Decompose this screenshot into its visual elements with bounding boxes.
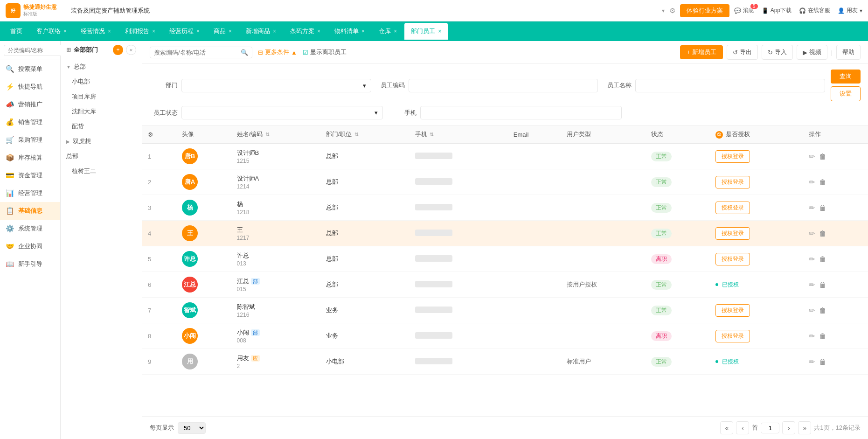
auth-btn[interactable]: 授权登录 xyxy=(715,227,750,240)
sidebar-item-purchase[interactable]: 🛒 采购管理 xyxy=(0,131,60,149)
edit-icon[interactable]: ✏ xyxy=(809,204,815,212)
edit-icon[interactable]: ✏ xyxy=(809,255,815,263)
tab-close-icon[interactable]: × xyxy=(394,28,397,35)
sidebar-item-basic[interactable]: 📋 基础信息 xyxy=(0,202,60,220)
emp-name-input[interactable] xyxy=(635,79,825,92)
nav-tab-dept[interactable]: 部门员工 × xyxy=(404,23,448,40)
nav-tab-profit[interactable]: 利润报告 × xyxy=(118,23,162,40)
delete-icon[interactable]: 🗑 xyxy=(819,307,826,314)
nav-tab-warehouse[interactable]: 仓库 × xyxy=(372,23,403,40)
tab-close-icon[interactable]: × xyxy=(361,28,365,35)
tab-close-icon[interactable]: × xyxy=(317,28,320,35)
auth-btn[interactable]: 授权登录 xyxy=(715,330,750,342)
dept-node-shuanghu[interactable]: ▶ 双虎想 xyxy=(61,134,142,149)
delete-icon[interactable]: 🗑 xyxy=(819,230,826,237)
filter-search-input[interactable] xyxy=(154,49,238,56)
try-btn[interactable]: 体验行业方案 xyxy=(680,4,729,17)
tab-close-icon[interactable]: × xyxy=(438,28,441,35)
show-resign-toggle[interactable]: ☑ 显示离职员工 xyxy=(303,48,347,56)
dept-node-small-electric[interactable]: 小电部 xyxy=(61,74,142,89)
tab-close-icon[interactable]: × xyxy=(152,28,155,35)
app-btn[interactable]: 📱 App下载 xyxy=(762,7,792,14)
tab-close-icon[interactable]: × xyxy=(196,28,200,35)
next-page-btn[interactable]: › xyxy=(782,421,795,434)
sidebar-item-search[interactable]: 🔍 搜索菜单 xyxy=(0,60,60,78)
tab-close-icon[interactable]: × xyxy=(229,28,232,35)
tab-close-icon[interactable]: × xyxy=(63,28,67,35)
phone-input[interactable] xyxy=(420,106,622,119)
edit-icon[interactable]: ✏ xyxy=(809,307,815,314)
dept-add-btn[interactable]: + xyxy=(113,45,123,55)
settings-gear-icon[interactable]: ⚙ xyxy=(669,7,675,15)
import-btn[interactable]: ↻ 导入 xyxy=(762,45,793,60)
delete-icon[interactable]: 🗑 xyxy=(819,358,826,366)
help-btn[interactable]: 帮助 xyxy=(836,45,861,60)
sidebar-item-system[interactable]: ⚙️ 系统管理 xyxy=(0,220,60,237)
msg-btn[interactable]: 💬 消息 5 xyxy=(734,7,754,14)
edit-icon[interactable]: ✏ xyxy=(809,281,815,289)
system-title-arrow[interactable]: ▾ xyxy=(662,7,665,14)
th-phone[interactable]: 手机 ⇅ xyxy=(410,125,508,144)
filter-more-btn[interactable]: ⊟ 更多条件 ▲ xyxy=(258,48,297,56)
delete-icon[interactable]: 🗑 xyxy=(819,153,826,160)
nav-tab-history[interactable]: 经营历程 × xyxy=(163,23,206,40)
tab-close-icon[interactable]: × xyxy=(273,28,276,35)
auth-btn[interactable]: 授权登录 xyxy=(715,150,750,163)
auth-btn[interactable]: 授权登录 xyxy=(715,253,750,265)
th-dept[interactable]: 部门/职位 ⇅ xyxy=(320,125,410,144)
tab-close-icon[interactable]: × xyxy=(108,28,111,35)
sidebar-item-quick[interactable]: ⚡ 快捷导航 xyxy=(0,78,60,96)
delete-icon[interactable]: 🗑 xyxy=(819,281,826,289)
delete-icon[interactable]: 🗑 xyxy=(819,178,826,186)
page-size-select[interactable]: 50 20 100 xyxy=(178,422,206,434)
first-page-btn[interactable]: « xyxy=(720,421,733,434)
dept-collapse-btn[interactable]: « xyxy=(126,45,136,55)
nav-tab-operations[interactable]: 经营情况 × xyxy=(74,23,118,40)
user-btn[interactable]: 👤 用友 ▾ xyxy=(838,7,862,14)
delete-icon[interactable]: 🗑 xyxy=(819,332,826,340)
dept-node-zhishu[interactable]: 植树王二 xyxy=(61,164,142,179)
nav-tab-home[interactable]: 首页 xyxy=(4,23,29,40)
dept-node-project[interactable]: 项目库房 xyxy=(61,89,142,104)
th-name[interactable]: 姓名/编码 ⇅ xyxy=(231,125,320,144)
edit-icon[interactable]: ✏ xyxy=(809,230,815,237)
th-settings[interactable]: ⚙ xyxy=(142,125,176,144)
search-btn[interactable]: 查询 xyxy=(831,70,861,84)
online-btn[interactable]: 🎧 在线客服 xyxy=(799,7,830,14)
dept-node-distribution[interactable]: 配货 xyxy=(61,119,142,134)
edit-icon[interactable]: ✏ xyxy=(809,358,815,366)
edit-icon[interactable]: ✏ xyxy=(809,332,815,340)
add-employee-btn[interactable]: + 新增员工 xyxy=(680,45,722,59)
nav-tab-customer[interactable]: 客户联络 × xyxy=(30,23,73,40)
dept-node-general[interactable]: ▼ 总部 xyxy=(61,59,142,74)
sidebar-item-sales[interactable]: 💰 销售管理 xyxy=(0,113,60,131)
sidebar-item-inventory[interactable]: 📦 库存核算 xyxy=(0,149,60,167)
settings-btn[interactable]: 设置 xyxy=(831,86,861,101)
sidebar-item-marketing[interactable]: 📣 营销推广 xyxy=(0,96,60,113)
nav-tab-add-goods[interactable]: 新增商品 × xyxy=(239,23,283,40)
status-select[interactable]: ▾ xyxy=(181,106,383,119)
export-btn[interactable]: ↺ 导出 xyxy=(727,45,758,60)
page-input[interactable] xyxy=(761,423,779,433)
sidebar-item-collab[interactable]: 🤝 企业协同 xyxy=(0,237,60,255)
auth-btn[interactable]: 授权登录 xyxy=(715,202,750,214)
nav-tab-bom[interactable]: 物料清单 × xyxy=(328,23,371,40)
dept-node-shenyang[interactable]: 沈阳大库 xyxy=(61,104,142,119)
sidebar-item-guide[interactable]: 📖 新手引导 xyxy=(0,255,60,273)
last-page-btn[interactable]: » xyxy=(798,421,811,434)
prev-page-btn[interactable]: ‹ xyxy=(736,421,749,434)
sidebar-item-finance[interactable]: 💳 资金管理 xyxy=(0,167,60,184)
auth-btn[interactable]: 授权登录 xyxy=(715,304,750,317)
auth-btn[interactable]: 授权登录 xyxy=(715,176,750,188)
delete-icon[interactable]: 🗑 xyxy=(819,204,826,212)
dept-select[interactable]: ▾ xyxy=(181,79,371,92)
nav-tab-barcode[interactable]: 条码方案 × xyxy=(284,23,327,40)
edit-icon[interactable]: ✏ xyxy=(809,178,815,186)
emp-code-input[interactable] xyxy=(409,79,598,92)
sidebar-item-management[interactable]: 📊 经营管理 xyxy=(0,184,60,202)
dept-node-hq[interactable]: 总部 xyxy=(61,149,142,164)
nav-tab-goods[interactable]: 商品 × xyxy=(207,23,238,40)
view-btn[interactable]: ▶ 视频 xyxy=(797,45,827,60)
edit-icon[interactable]: ✏ xyxy=(809,153,815,160)
delete-icon[interactable]: 🗑 xyxy=(819,255,826,263)
